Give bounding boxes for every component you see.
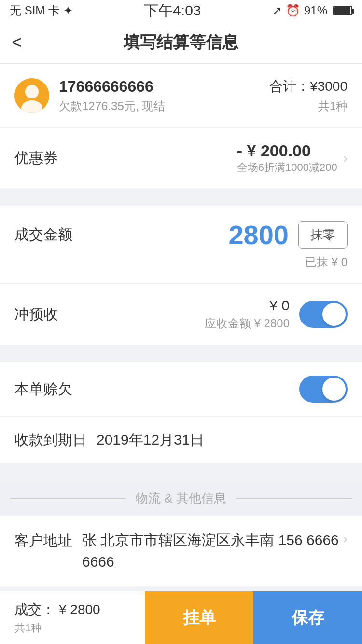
- battery-percent: 91%: [304, 4, 327, 17]
- gray-divider-2: [0, 352, 362, 362]
- duedate-section: 收款到期日 2019年12月31日: [0, 416, 362, 463]
- debt-toggle[interactable]: [299, 376, 348, 403]
- footer: 成交： ¥ 2800 共1种 挂单 保存: [0, 591, 362, 644]
- footer-buttons: 挂单 保存: [145, 591, 362, 644]
- footer-info: 成交： ¥ 2800 共1种: [0, 601, 145, 635]
- status-left: 无 SIM 卡 ✦: [10, 3, 73, 18]
- status-bar: 无 SIM 卡 ✦ 下午4:03 ↗ ⏰ 91%: [0, 0, 362, 21]
- amount-label: 成交金额: [14, 225, 72, 245]
- battery-icon: [333, 6, 352, 15]
- gray-divider-1: [0, 196, 362, 206]
- svg-point-1: [25, 85, 39, 98]
- user-right: 合计：¥3000 共1种: [269, 77, 348, 114]
- coupon-detail: 全场6折满1000减200: [237, 160, 337, 175]
- coupon-info: - ¥ 200.00 全场6折满1000减200: [237, 141, 337, 175]
- duedate-label: 收款到期日: [14, 430, 87, 450]
- back-button[interactable]: <: [12, 32, 22, 53]
- prereceive-label: 冲预收: [14, 305, 58, 324]
- user-phone: 17666666666: [59, 78, 165, 96]
- user-subtext: 欠款1276.35元, 现结: [59, 98, 165, 114]
- coupon-row[interactable]: 优惠券 - ¥ 200.00 全场6折满1000减200 ›: [0, 127, 362, 188]
- user-left: 17666666666 欠款1276.35元, 现结: [14, 78, 165, 114]
- debt-card: 本单赊欠 收款到期日 2019年12月31日: [0, 362, 362, 463]
- save-button[interactable]: 保存: [253, 591, 362, 644]
- user-info-row: 17666666666 欠款1276.35元, 现结 合计：¥3000 共1种: [0, 64, 362, 127]
- chevron-right-icon: ›: [343, 151, 348, 166]
- status-right: ↗ ⏰ 91%: [272, 4, 352, 17]
- total-value: ¥3000: [310, 79, 348, 94]
- prereceive-amount: ¥ 0 应收金额 ¥ 2800: [205, 297, 290, 331]
- user-count: 共1种: [269, 98, 348, 114]
- prereceive-right: ¥ 0 应收金额 ¥ 2800: [205, 297, 348, 331]
- address-label: 客户地址: [14, 529, 72, 551]
- amount-value: 2800: [228, 219, 289, 251]
- nav-bar: < 填写结算等信息: [0, 21, 362, 64]
- status-time: 下午4:03: [144, 1, 201, 21]
- logistics-text: 物流 & 其他信息: [136, 490, 226, 507]
- total-label: 合计：: [269, 79, 310, 94]
- address-section[interactable]: 客户地址 张 北京市市辖区海淀区永丰南 156 6666 6666 ›: [0, 516, 362, 586]
- amount-right: 2800 抹零: [228, 219, 348, 251]
- amount-sub: 已抹 ¥ 0: [14, 254, 348, 270]
- page-title: 填写结算等信息: [124, 31, 238, 54]
- logistics-divider: 物流 & 其他信息: [0, 481, 362, 516]
- prereceive-toggle[interactable]: [299, 301, 348, 328]
- address-value: 张 北京市市辖区海淀区永丰南 156 6666 6666: [82, 529, 343, 573]
- debt-section: 本单赊欠: [0, 362, 362, 416]
- prereceive-section: 冲预收 ¥ 0 应收金额 ¥ 2800: [0, 283, 362, 345]
- user-info-card: 17666666666 欠款1276.35元, 现结 合计：¥3000 共1种 …: [0, 64, 362, 188]
- footer-sub: 共1种: [14, 621, 130, 635]
- duedate-row: 收款到期日 2019年12月31日: [14, 430, 348, 450]
- round-button[interactable]: 抹零: [298, 221, 348, 249]
- sim-text: 无 SIM 卡 ✦: [10, 3, 73, 18]
- duedate-value: 2019年12月31日: [97, 430, 204, 450]
- avatar: [14, 78, 49, 113]
- amount-card: 成交金额 2800 抹零 已抹 ¥ 0 冲预收 ¥ 0 应收金额 ¥ 2800: [0, 206, 362, 345]
- main-content: 17666666666 欠款1276.35元, 现结 合计：¥3000 共1种 …: [0, 64, 362, 644]
- amount-section: 成交金额 2800 抹零 已抹 ¥ 0: [0, 206, 362, 283]
- address-chevron-icon: ›: [343, 529, 348, 546]
- prereceive-sub: 应收金额 ¥ 2800: [205, 316, 290, 331]
- coupon-discount: - ¥ 200.00: [237, 141, 337, 160]
- gray-divider-3: [0, 471, 362, 481]
- coupon-right: - ¥ 200.00 全场6折满1000减200 ›: [237, 141, 348, 175]
- footer-deal: 成交： ¥ 2800: [14, 601, 130, 619]
- prereceive-row: 冲预收 ¥ 0 应收金额 ¥ 2800: [14, 297, 348, 331]
- location-icon: ↗: [272, 4, 282, 17]
- footer-deal-value: ¥ 2800: [59, 602, 100, 617]
- footer-deal-label: 成交：: [14, 601, 55, 619]
- prereceive-value: ¥ 0: [205, 297, 290, 314]
- user-details: 17666666666 欠款1276.35元, 现结: [59, 78, 165, 114]
- alarm-icon: ⏰: [286, 4, 300, 17]
- toggle-knob: [322, 303, 346, 326]
- address-card: 客户地址 张 北京市市辖区海淀区永丰南 156 6666 6666 ›: [0, 516, 362, 586]
- debt-toggle-knob: [322, 378, 346, 401]
- debt-label: 本单赊欠: [14, 379, 72, 399]
- amount-row: 成交金额 2800 抹零: [14, 219, 348, 251]
- user-total: 合计：¥3000: [269, 77, 348, 96]
- hang-single-button[interactable]: 挂单: [145, 591, 253, 644]
- coupon-label: 优惠券: [14, 148, 58, 168]
